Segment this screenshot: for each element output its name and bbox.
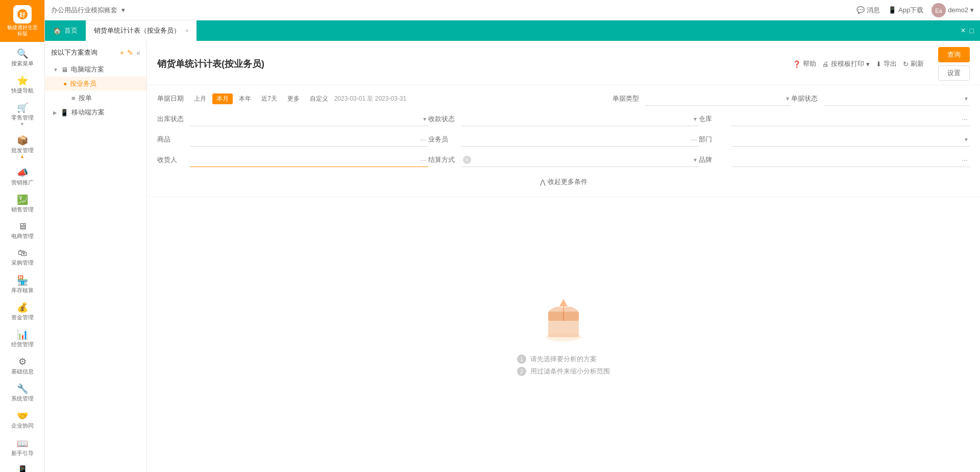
sidebar-item-search[interactable]: 🔍 搜索菜单 [0, 44, 44, 71]
print-icon: 🖨 [822, 60, 829, 68]
filter-doc-status: 单据状态 ▾ [791, 91, 970, 106]
sidebar-item-shortcut[interactable]: ⭐ 快捷导航 [0, 71, 44, 98]
sidebar-item-purchase[interactable]: 🛍 采购管理 [0, 244, 44, 270]
tree-subitem-by-order[interactable]: ≡ 按单 [45, 91, 146, 105]
home-icon: 🏠 [53, 27, 61, 35]
topbar-dropdown[interactable]: ▾ [121, 6, 125, 14]
sidebar-item-inventory[interactable]: 🏪 库存核算 [0, 271, 44, 298]
user-menu[interactable]: Ea demo2 ▾ [932, 3, 974, 17]
filter-receipt-status: 收款状态 ▾ [428, 112, 699, 126]
help-button[interactable]: ❓ 帮助 [793, 59, 816, 68]
user-dropdown-icon: ▾ [970, 6, 974, 14]
tab-close-icon[interactable]: × [185, 28, 188, 34]
settle-clear-icon[interactable]: × [463, 156, 471, 164]
settle-method-control[interactable]: × ▾ [461, 153, 699, 167]
sidebar-item-retail[interactable]: 🛒 零售管理 ▼ [0, 98, 44, 130]
tab-home-label: 首页 [64, 26, 78, 35]
sidebar-item-company[interactable]: 🤝 企业协同 [0, 406, 44, 433]
page-header: 销货单统计计表(按业务员) ❓ 帮助 🖨 按模板打印 ▾ ⬇ 导出 [147, 41, 980, 85]
inventory-icon: 🏪 [17, 275, 28, 286]
sidebar-item-basic[interactable]: ⚙ 基础信息 [0, 352, 44, 379]
query-button[interactable]: 查询 [938, 47, 970, 62]
sidebar-item-operation[interactable]: 📊 经营管理 [0, 325, 44, 352]
export-label: 导出 [884, 59, 897, 68]
sidebar-item-marketing[interactable]: 📣 营销推广 [0, 163, 44, 190]
app-download-button[interactable]: 📱 App下载 [888, 6, 923, 15]
sidebar-item-finance[interactable]: 💰 资金管理 [0, 298, 44, 325]
warehouse-control[interactable]: ··· [731, 112, 970, 126]
brand-dots[interactable]: ··· [962, 156, 968, 164]
receiver-control[interactable]: ··· [190, 153, 428, 167]
filter-receiver: 收货人 ··· [157, 153, 428, 167]
tab-minimize-icon[interactable]: × [961, 26, 965, 35]
refresh-button[interactable]: ↻ 刷新 [903, 59, 924, 68]
filter-salesperson: 业务员 ··· [428, 132, 699, 147]
add-scheme-icon[interactable]: + [120, 49, 124, 57]
sidebar-item-wholesale[interactable]: 📦 批发管理 ▲ [0, 131, 44, 163]
settings-button[interactable]: 设置 [938, 65, 970, 81]
tab-home[interactable]: 🏠 首页 [45, 20, 86, 41]
product-dots[interactable]: ··· [420, 135, 426, 144]
ecommerce-icon: 🖥 [18, 221, 27, 232]
department-label: 部门 [699, 135, 727, 144]
date-btn-this-year[interactable]: 本年 [235, 93, 255, 104]
doc-type-control[interactable]: ▾ [645, 91, 791, 106]
print-button[interactable]: 🖨 按模板打印 ▾ [822, 59, 870, 68]
department-control[interactable]: ▾ [731, 132, 970, 147]
messages-button[interactable]: 💬 消息 [856, 6, 880, 15]
sidebar-item-sales[interactable]: 💹 销售管理 [0, 190, 44, 217]
tip-num-1: 1 [517, 355, 526, 364]
help-icon: ❓ [793, 60, 801, 68]
salesperson-dots[interactable]: ··· [691, 135, 697, 144]
date-btn-7days[interactable]: 近7天 [257, 93, 281, 104]
brand-control[interactable]: ··· [731, 153, 970, 167]
department-chevron: ▾ [965, 136, 968, 143]
tab-active-label: 销货单统计计表（按业务员） [94, 26, 180, 35]
date-btn-this-month[interactable]: 本月 [212, 93, 233, 104]
messages-label: 消息 [867, 6, 880, 15]
sidebar-label-operation: 经营管理 [11, 341, 34, 348]
date-btn-custom[interactable]: 自定义 [306, 93, 332, 104]
left-panel: 按以下方案查询 + ✎ « ▼ 🖥 电脑端方案 ● 按业务员 [45, 41, 147, 472]
tree-item-mobile[interactable]: ▶ 📱 移动端方案 [45, 105, 146, 120]
wholesale-icon: 📦 [17, 135, 28, 146]
collapse-panel-icon[interactable]: « [136, 49, 140, 57]
salesperson-control[interactable]: ··· [461, 132, 699, 147]
warehouse-dots[interactable]: ··· [962, 115, 968, 123]
tree-item-computer[interactable]: ▼ 🖥 电脑端方案 [45, 62, 146, 77]
edit-scheme-icon[interactable]: ✎ [127, 49, 133, 57]
tab-active[interactable]: 销货单统计计表（按业务员） × [86, 20, 197, 41]
filter-row-1: 单据日期 上月 本月 本年 近7天 更多 自定义 2023-03-01 至 20… [157, 91, 970, 106]
filter-row-4: 收货人 ··· 结算方式 × ▾ 品牌 [157, 153, 970, 167]
date-range-text: 2023-03-01 至 2023-03-31 [334, 95, 406, 103]
left-panel-icons: + ✎ « [120, 49, 140, 57]
download-icon: 📱 [888, 6, 896, 14]
filter-doc-type: 单据类型 ▾ [612, 91, 791, 106]
doc-status-control[interactable]: ▾ [824, 91, 970, 106]
active-scheme-icon: ● [63, 80, 67, 87]
export-button[interactable]: ⬇ 导出 [876, 59, 897, 68]
page-actions: ❓ 帮助 🖨 按模板打印 ▾ ⬇ 导出 ↻ 刷新 [793, 47, 970, 81]
company-title: 办公用品行业模拟账套 [51, 6, 117, 15]
order-scheme-icon: ≡ [71, 95, 76, 102]
collapse-button[interactable]: ⋀ 收起更多条件 [540, 177, 587, 186]
appstore-icon: 📱 [17, 465, 28, 472]
content-area: 按以下方案查询 + ✎ « ▼ 🖥 电脑端方案 ● 按业务员 [45, 41, 980, 472]
date-btn-last-month[interactable]: 上月 [190, 93, 210, 104]
product-control[interactable]: ··· [190, 132, 428, 147]
sidebar-label-inventory: 库存核算 [11, 287, 34, 294]
sidebar-item-guide[interactable]: 📖 新手引导 [0, 434, 44, 461]
sidebar-label-ecommerce: 电商管理 [11, 233, 34, 240]
tab-maximize-icon[interactable]: □ [970, 27, 974, 35]
guide-icon: 📖 [17, 438, 28, 449]
receipt-status-control[interactable]: ▾ [461, 112, 699, 126]
user-avatar: Ea [932, 3, 946, 17]
receiver-dots[interactable]: ··· [420, 156, 426, 164]
main-area: 办公用品行业模拟账套 ▾ 💬 消息 📱 App下载 Ea demo2 ▾ � [45, 0, 980, 472]
tree-subitem-by-salesperson[interactable]: ● 按业务员 [45, 77, 146, 91]
sidebar-item-system[interactable]: 🔧 系统管理 [0, 379, 44, 406]
out-status-control[interactable]: ▾ [190, 112, 428, 126]
sidebar-item-appstore[interactable]: 📱 应用中心 [0, 461, 44, 472]
sidebar-item-ecommerce[interactable]: 🖥 电商管理 [0, 217, 44, 244]
date-btn-more[interactable]: 更多 [283, 93, 304, 104]
